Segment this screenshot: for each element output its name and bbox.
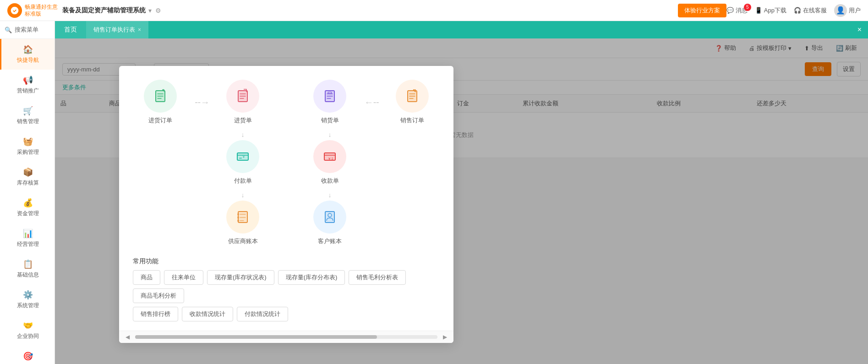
modal-overlay[interactable]: 进货订单 - - → bbox=[55, 38, 868, 364]
btn-product[interactable]: 商品 bbox=[133, 270, 160, 285]
headset-icon: 🎧 bbox=[794, 7, 801, 14]
sidebar-item-purchase[interactable]: 🧺 采购管理 bbox=[0, 131, 55, 162]
btn-product-margin[interactable]: 商品毛利分析 bbox=[133, 288, 184, 303]
flow-node-supplier-ledger[interactable]: 供应商账本 bbox=[215, 201, 270, 245]
tab-bar-close-btn[interactable]: × bbox=[851, 26, 868, 34]
btn-inventory-status[interactable]: 现存量(库存状况表) bbox=[207, 270, 274, 285]
sales-bill-circle[interactable] bbox=[313, 80, 346, 113]
supplier-ledger-circle[interactable] bbox=[226, 201, 259, 234]
content-main: ❓ 帮助 🖨 按模板打印 ▾ ⬆ 导出 🔄 刷新 bbox=[55, 38, 868, 364]
supplier-ledger-label: 供应商账本 bbox=[228, 237, 258, 245]
flow-node-customer-ledger[interactable]: 客户账本 bbox=[302, 201, 357, 245]
customer-ledger-label: 客户账本 bbox=[318, 237, 342, 245]
sidebar-item-newbie[interactable]: 🎯 新手引导 bbox=[0, 346, 55, 364]
inventory-icon: 📦 bbox=[23, 167, 33, 177]
app-download-item[interactable]: 📱 App下载 bbox=[755, 6, 786, 15]
down-arrow-rec: ↓ bbox=[302, 190, 357, 201]
sidebar-item-finance[interactable]: 💰 资金管理 bbox=[0, 192, 55, 223]
phone-icon: 📱 bbox=[755, 7, 762, 14]
title-dropdown-icon[interactable]: ▾ bbox=[148, 7, 152, 14]
message-badge: 5 bbox=[744, 4, 751, 11]
sidebar-item-enterprise[interactable]: 🤝 企业协同 bbox=[0, 315, 55, 346]
btn-payment-stats[interactable]: 付款情况统计 bbox=[237, 307, 288, 321]
btn-sales-margin[interactable]: 销售毛利分析表 bbox=[349, 270, 406, 285]
system-title: 装备及固定资产辅助管理系统 bbox=[62, 6, 146, 15]
tab-bar: 首页 销售订单执行表 × × bbox=[55, 21, 868, 38]
tab-home[interactable]: 首页 bbox=[55, 21, 86, 38]
btn-receipt-stats[interactable]: 收款情况统计 bbox=[182, 307, 233, 321]
main-layout: 🔍 搜索菜单 🏠 快捷导航 📢 营销推广 🛒 销售管理 🧺 采购管理 📦 bbox=[0, 21, 868, 364]
scrollbar-thumb[interactable] bbox=[135, 335, 377, 339]
payment-circle[interactable]: ¥ bbox=[226, 140, 259, 173]
sidebar-item-sales[interactable]: 🛒 销售管理 bbox=[0, 100, 55, 131]
experience-btn[interactable]: 体验行业方案 bbox=[678, 4, 726, 17]
inter-row-1: ↓ ↓ bbox=[133, 129, 440, 140]
message-item[interactable]: 💬 消息 5 bbox=[726, 6, 748, 15]
receipt-circle[interactable]: ¥ bbox=[313, 140, 346, 173]
logo-area: 畅康通好生意 标准版 bbox=[7, 3, 62, 18]
flow-node-sales-order[interactable]: 销售订单 bbox=[385, 80, 440, 125]
enterprise-icon: 🤝 bbox=[23, 321, 33, 331]
sidebar-item-system[interactable]: ⚙️ 系统管理 bbox=[0, 284, 55, 315]
top-right: 💬 消息 5 📱 App下载 🎧 在线客服 👤 用户 bbox=[726, 4, 861, 17]
operation-icon: 📊 bbox=[23, 228, 33, 239]
flow-node-sales-bill[interactable]: 销货单 bbox=[302, 80, 357, 125]
btn-sales-rank[interactable]: 销售排行榜 bbox=[133, 307, 178, 321]
logo-icon bbox=[7, 3, 22, 18]
settings-gear-icon[interactable]: ⚙ bbox=[155, 7, 161, 14]
sidebar-item-base[interactable]: 📋 基础信息 bbox=[0, 254, 55, 284]
customer-ledger-circle[interactable] bbox=[313, 201, 346, 234]
content-area: 首页 销售订单执行表 × × ❓ 帮助 🖨 bbox=[55, 21, 868, 364]
sidebar-item-quick-nav[interactable]: 🏠 快捷导航 bbox=[0, 39, 55, 70]
btn-contacts[interactable]: 往来单位 bbox=[164, 270, 203, 285]
base-icon: 📋 bbox=[23, 259, 33, 269]
user-label: 用户 bbox=[849, 6, 861, 15]
modal-content: 进货订单 - - → bbox=[119, 66, 453, 331]
online-service-item[interactable]: 🎧 在线客服 bbox=[794, 6, 827, 15]
btn-inventory-dist[interactable]: 现存量(库存分布表) bbox=[278, 270, 345, 285]
modal-scrollbar: ◀ ▶ bbox=[119, 331, 453, 343]
flow-node-purchase-order[interactable]: 进货订单 bbox=[133, 80, 188, 125]
search-icon: 🔍 bbox=[5, 27, 12, 33]
purchase-bill-label: 进货单 bbox=[234, 116, 252, 125]
sidebar-search[interactable]: 🔍 搜索菜单 bbox=[0, 21, 55, 39]
flow-node-payment[interactable]: ¥ 付款单 bbox=[215, 140, 270, 185]
common-btns: 商品 往来单位 现存量(库存状况表) 现存量(库存分布表) 销售毛利分析表 商品… bbox=[133, 270, 440, 303]
top-bar: 畅康通好生意 标准版 装备及固定资产辅助管理系统 ▾ ⚙ 体验行业方案 💬 消息… bbox=[0, 0, 868, 21]
scroll-right-btn[interactable]: ▶ bbox=[441, 334, 449, 340]
inter-row-2: ↓ ↓ bbox=[133, 190, 440, 201]
sales-order-circle[interactable] bbox=[396, 80, 429, 113]
down-arrow-pay: ↓ bbox=[215, 190, 270, 201]
common-functions-title: 常用功能 bbox=[133, 257, 440, 266]
arrow-po-to-pb: - - → bbox=[188, 97, 215, 108]
receipt-label: 收款单 bbox=[321, 177, 339, 185]
svg-rect-21 bbox=[237, 220, 239, 222]
system-icon: ⚙️ bbox=[23, 290, 33, 300]
sidebar-item-marketing[interactable]: 📢 营销推广 bbox=[0, 70, 55, 100]
sales-icon: 🛒 bbox=[23, 106, 33, 116]
purchase-bill-circle[interactable] bbox=[226, 80, 259, 113]
flow-section: 进货订单 - - → bbox=[133, 80, 440, 250]
down-arrow-sb: ↓ bbox=[302, 129, 357, 140]
user-avatar: 👤 bbox=[834, 4, 847, 17]
flow-node-receipt[interactable]: ¥ 收款单 bbox=[302, 140, 357, 185]
sidebar-item-inventory[interactable]: 📦 库存核算 bbox=[0, 162, 55, 192]
common-btns-row2: 销售排行榜 收款情况统计 付款情况统计 bbox=[133, 307, 440, 321]
tab-close-icon[interactable]: × bbox=[138, 27, 141, 33]
sales-bill-label: 销货单 bbox=[321, 116, 339, 125]
purchase-order-circle[interactable] bbox=[144, 80, 177, 113]
marketing-icon: 📢 bbox=[23, 75, 33, 85]
down-arrow-pb: ↓ bbox=[215, 129, 270, 140]
svg-text:¥: ¥ bbox=[243, 155, 245, 158]
user-item[interactable]: 👤 用户 bbox=[834, 4, 861, 17]
logo-text: 畅康通好生意 标准版 bbox=[25, 4, 58, 17]
scroll-left-btn[interactable]: ◀ bbox=[124, 334, 131, 340]
flow-row-1: 进货订单 - - → bbox=[133, 80, 440, 125]
flow-node-purchase-bill[interactable]: 进货单 bbox=[215, 80, 270, 125]
sidebar-item-operation[interactable]: 📊 经营管理 bbox=[0, 223, 55, 254]
svg-rect-19 bbox=[237, 213, 239, 215]
scrollbar-track[interactable] bbox=[135, 335, 437, 339]
svg-text:¥: ¥ bbox=[328, 157, 331, 161]
tab-sales-order[interactable]: 销售订单执行表 × bbox=[86, 21, 148, 38]
quick-nav-icon: 🏠 bbox=[23, 44, 33, 54]
